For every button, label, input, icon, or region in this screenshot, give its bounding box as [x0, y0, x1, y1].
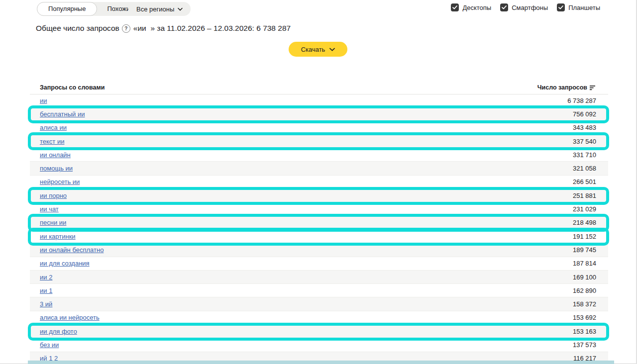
table-row: текст ии337 540	[30, 135, 608, 148]
device-filter-tablets[interactable]: Планшеты	[557, 3, 600, 11]
summary-value: «ии » за 11.02.2026 – 12.03.2026: 6 738 …	[133, 24, 291, 33]
query-count: 153 163	[573, 328, 596, 335]
table-row: помощь ии321 058	[30, 162, 608, 175]
query-link[interactable]: ии порно	[40, 192, 67, 199]
table-row: ий 1 2116 217	[30, 352, 608, 364]
query-count: 756 092	[573, 110, 596, 118]
query-count: 116 217	[573, 355, 596, 362]
query-link[interactable]: песни ии	[40, 219, 66, 226]
table-row: 3 ий158 372	[30, 297, 608, 311]
query-count: 337 540	[573, 138, 596, 145]
chevron-down-icon	[178, 7, 183, 11]
checkbox-checked-icon[interactable]	[451, 3, 459, 11]
query-link[interactable]: ии 1	[40, 287, 52, 294]
device-filter-label: Десктопы	[462, 4, 491, 11]
query-count: 189 745	[573, 246, 596, 254]
table-row: ии для фото153 163	[30, 325, 608, 338]
table-row: ии 2169 100	[30, 271, 608, 284]
download-button[interactable]: Скачать	[289, 42, 347, 57]
table-row: алиса ии343 483	[30, 121, 608, 135]
download-label: Скачать	[301, 46, 325, 53]
query-link[interactable]: алиса ии нейросеть	[40, 314, 100, 321]
wordstat-results-page: Популярные Похожие Все регионы Десктопы …	[0, 0, 637, 364]
query-link[interactable]: без ии	[40, 341, 59, 349]
table-row: ии для создания187 814	[30, 257, 608, 271]
table-row: ии чат231 029	[30, 202, 608, 216]
query-link[interactable]: ии онлайн бесплатно	[40, 246, 104, 254]
query-count: 321 058	[573, 165, 596, 172]
query-link[interactable]: 3 ий	[40, 300, 52, 308]
table-row: ии картинки191 152	[30, 230, 608, 243]
query-count: 137 573	[573, 341, 596, 349]
table-row: алиса ии нейросеть153 692	[30, 311, 608, 325]
query-link[interactable]: ии 2	[40, 273, 52, 281]
query-count: 187 814	[573, 260, 596, 267]
query-link[interactable]: ии онлайн	[40, 151, 71, 159]
query-count: 169 100	[573, 273, 596, 281]
device-filter-label: Планшеты	[568, 4, 600, 11]
table-row: ии онлайн331 710	[30, 148, 608, 162]
table-row: ии онлайн бесплатно189 745	[30, 243, 608, 257]
query-count: 6 738 287	[567, 97, 596, 104]
table-row: бесплатный ии756 092	[30, 107, 608, 121]
sort-descending-icon[interactable]	[590, 85, 596, 91]
table-row: без ии137 573	[30, 338, 608, 352]
table-row: ии порно251 881	[30, 189, 608, 202]
query-link[interactable]: ии чат	[40, 205, 59, 213]
region-filter-button[interactable]: Все регионы	[128, 2, 191, 16]
tab-popular[interactable]: Популярные	[37, 2, 97, 16]
query-link[interactable]: ий 1 2	[40, 355, 58, 362]
query-count: 251 881	[573, 192, 596, 199]
query-count: 158 372	[573, 300, 596, 308]
results-table: ии6 738 287бесплатный ии756 092алиса ии3…	[30, 94, 608, 364]
table-row: ии 1162 890	[30, 284, 608, 297]
query-link[interactable]: нейросеть ии	[40, 178, 80, 185]
region-filter-label: Все регионы	[136, 5, 174, 13]
query-count: 191 152	[573, 233, 596, 240]
device-filter-smartphones[interactable]: Смартфоны	[500, 3, 548, 11]
column-header-queries: Запросы со словами	[40, 84, 105, 91]
query-count: 218 498	[573, 219, 596, 226]
query-count: 331 710	[573, 151, 596, 159]
query-link[interactable]: ии для создания	[40, 260, 90, 267]
result-type-tabs: Популярные Похожие	[37, 2, 144, 16]
query-link[interactable]: текст ии	[40, 138, 64, 145]
query-link[interactable]: помощь ии	[40, 165, 73, 172]
table-row: песни ии218 498	[30, 216, 608, 230]
device-filter-label: Смартфоны	[512, 4, 548, 11]
column-header-count[interactable]: Число запросов	[537, 84, 596, 91]
query-count: 153 692	[573, 314, 596, 321]
summary-prefix: Общее число запросов	[36, 24, 119, 33]
query-count: 266 501	[573, 178, 596, 185]
query-link[interactable]: ии	[40, 97, 47, 104]
query-count: 231 029	[573, 205, 596, 213]
total-queries-summary: Общее число запросов ? «ии » за 11.02.20…	[36, 24, 291, 33]
table-row: нейросеть ии266 501	[30, 176, 608, 189]
query-link[interactable]: бесплатный ии	[40, 110, 85, 118]
query-count: 343 483	[573, 124, 596, 131]
chevron-down-icon	[329, 48, 335, 51]
query-link[interactable]: ии для фото	[40, 328, 77, 335]
device-filters: Десктопы Смартфоны Планшеты	[451, 3, 600, 11]
table-header: Запросы со словами Число запросов	[30, 81, 608, 94]
query-link[interactable]: ии картинки	[40, 233, 76, 240]
query-count: 162 890	[573, 287, 596, 294]
help-question-icon[interactable]: ?	[122, 24, 130, 33]
device-filter-desktops[interactable]: Десктопы	[451, 3, 491, 11]
checkbox-checked-icon[interactable]	[557, 3, 565, 11]
checkbox-checked-icon[interactable]	[500, 3, 508, 11]
table-row: ии6 738 287	[30, 94, 608, 107]
query-link[interactable]: алиса ии	[40, 124, 67, 131]
column-header-count-label: Число запросов	[537, 84, 587, 91]
